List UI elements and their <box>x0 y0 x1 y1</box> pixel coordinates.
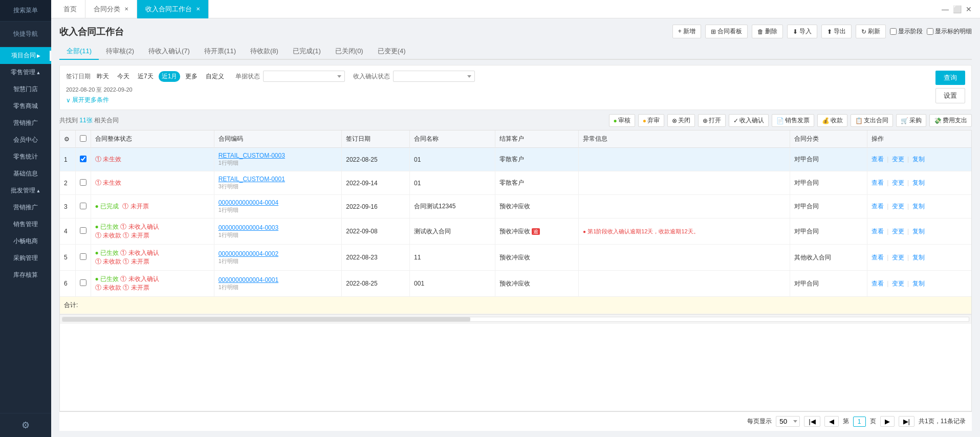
op-purchase-btn[interactable]: 🛒 采购 <box>896 114 926 127</box>
row5-view-link[interactable]: 查看 <box>872 254 884 261</box>
sidebar-item-stock[interactable]: 库存核算 <box>0 267 51 283</box>
op-expense-out-btn[interactable]: 💸 费用支出 <box>929 114 972 127</box>
row2-view-link[interactable]: 查看 <box>872 179 884 186</box>
export-button[interactable]: ⬆ 导出 <box>821 25 852 38</box>
show-stages-checkbox[interactable]: 显示阶段 <box>890 27 923 36</box>
window-minimize-icon[interactable]: — <box>942 5 949 13</box>
row6-edit-link[interactable]: 变更 <box>892 280 904 287</box>
op-sales-invoice-btn[interactable]: 📄 销售发票 <box>772 114 814 127</box>
last-page-btn[interactable]: ▶| <box>899 416 914 427</box>
new-button[interactable]: + 新增 <box>672 25 701 38</box>
sub-tab-pending-confirm[interactable]: 待收入确认(7) <box>141 43 197 60</box>
row5-edit-link[interactable]: 变更 <box>892 254 904 261</box>
row3-copy-link[interactable]: 复制 <box>912 203 925 210</box>
settings-icon[interactable]: ⚙ <box>21 420 30 431</box>
row4-copy-link[interactable]: 复制 <box>912 228 925 235</box>
row4-edit-link[interactable]: 变更 <box>892 228 904 235</box>
row5-copy-link[interactable]: 复制 <box>912 254 925 261</box>
sidebar-item-retail-shop[interactable]: 零售商城 <box>0 98 51 115</box>
sidebar-item-smart-store[interactable]: 智慧门店 <box>0 81 51 98</box>
date-opt-today[interactable]: 今天 <box>114 71 133 82</box>
income-confirm-select[interactable] <box>393 71 475 82</box>
next-page-btn[interactable]: ▶ <box>880 416 895 427</box>
sidebar-item-marketing2[interactable]: 营销推广 <box>0 199 51 216</box>
window-maximize-icon[interactable]: ⬜ <box>953 5 962 13</box>
row5-code-link[interactable]: 0000000000004-0002 <box>219 250 278 257</box>
row4-view-link[interactable]: 查看 <box>872 228 884 235</box>
page-size-select[interactable]: 50 10 20 100 <box>776 416 800 427</box>
delete-button[interactable]: 🗑 删除 <box>752 25 783 38</box>
sidebar-search[interactable]: 搜索菜单 <box>0 0 51 21</box>
sidebar-item-wholesale[interactable]: 批发管理 ▲ <box>0 182 51 199</box>
filter-settings-button[interactable]: 设置 <box>935 88 965 103</box>
row6-code-link[interactable]: 0000000000004-0001 <box>219 276 278 283</box>
th-settings[interactable]: ⚙ <box>60 130 75 148</box>
op-income-confirm-btn[interactable]: ✓ 收入确认 <box>729 114 769 127</box>
kanban-button[interactable]: ⊞ 合同看板 <box>705 25 748 38</box>
row6-check[interactable] <box>75 271 91 297</box>
sub-tab-changed[interactable]: 已变更(4) <box>371 43 413 60</box>
row3-edit-link[interactable]: 变更 <box>892 203 904 210</box>
date-opt-custom[interactable]: 自定义 <box>203 71 227 82</box>
first-page-btn[interactable]: |◀ <box>804 416 820 427</box>
tab-home[interactable]: 首页 <box>55 0 85 18</box>
sub-tab-all[interactable]: 全部(11) <box>59 43 99 60</box>
op-close-btn[interactable]: ⊗ 关闭 <box>667 114 695 127</box>
import-button[interactable]: ⬇ 导入 <box>787 25 817 38</box>
op-open-btn[interactable]: ⊕ 打开 <box>698 114 726 127</box>
op-review-btn[interactable]: ● 审核 <box>609 114 635 127</box>
row3-code-link[interactable]: 0000000000004-0004 <box>219 199 278 206</box>
show-detail-checkbox[interactable]: 显示标的明细 <box>927 27 972 36</box>
doc-status-select[interactable] <box>263 71 345 82</box>
sidebar-item-retail-stats[interactable]: 零售统计 <box>0 148 51 165</box>
row2-edit-link[interactable]: 变更 <box>892 179 904 186</box>
row4-code-link[interactable]: 0000000000004-0003 <box>219 224 278 231</box>
row5-check[interactable] <box>75 245 91 271</box>
sub-tab-closed[interactable]: 已关闭(0) <box>328 43 371 60</box>
date-opt-7days[interactable]: 近7天 <box>135 71 157 82</box>
sidebar-item-retail-mgmt[interactable]: 零售管理 ▲ <box>0 64 51 81</box>
row1-edit-link[interactable]: 变更 <box>892 156 904 163</box>
row1-code-link[interactable]: RETAIL_CUSTOM-0003 <box>219 152 285 159</box>
refresh-button[interactable]: ↻ 刷新 <box>856 25 886 38</box>
sidebar-item-purchase[interactable]: 采购管理 <box>0 250 51 267</box>
date-opt-yesterday[interactable]: 昨天 <box>94 71 112 82</box>
row3-view-link[interactable]: 查看 <box>872 203 884 210</box>
op-abandon-btn[interactable]: ● 弃审 <box>638 114 664 127</box>
sub-tab-pending-payment[interactable]: 待收款(8) <box>243 43 286 60</box>
tab-contract-category-close[interactable]: ✕ <box>124 6 128 12</box>
sub-tab-pending-review[interactable]: 待审核(2) <box>99 43 141 60</box>
horizontal-scrollbar[interactable] <box>62 317 969 322</box>
row3-check[interactable] <box>75 195 91 218</box>
tab-contract-category[interactable]: 合同分类 ✕ <box>85 0 137 18</box>
sidebar-item-base-info[interactable]: 基础信息 <box>0 165 51 182</box>
row2-code-link[interactable]: RETAIL_CUSTOM-0001 <box>219 176 285 183</box>
prev-page-btn[interactable]: ◀ <box>824 416 839 427</box>
tab-income-workbench-close[interactable]: ✕ <box>196 6 200 12</box>
row2-copy-link[interactable]: 复制 <box>912 179 925 186</box>
row2-check[interactable] <box>75 171 91 195</box>
sidebar-item-project[interactable]: 项目合同 ▶ <box>0 47 51 64</box>
tab-income-workbench[interactable]: 收入合同工作台 ✕ <box>137 0 209 18</box>
sidebar-item-member[interactable]: 会员中心 <box>0 132 51 148</box>
sub-tab-pending-invoice[interactable]: 待开票(11) <box>197 43 243 60</box>
th-checkbox[interactable] <box>75 130 91 148</box>
row6-copy-link[interactable]: 复制 <box>912 280 925 287</box>
op-expense-contract-btn[interactable]: 📋 支出合同 <box>851 114 893 127</box>
query-button[interactable]: 查询 <box>935 71 965 85</box>
row1-view-link[interactable]: 查看 <box>872 156 884 163</box>
row4-check[interactable] <box>75 218 91 245</box>
window-close-icon[interactable]: ✕ <box>966 5 972 13</box>
sidebar-item-xiaochange[interactable]: 小畅电商 <box>0 233 51 250</box>
sidebar-item-marketing[interactable]: 营销推广 <box>0 115 51 132</box>
sidebar-item-sales-mgmt[interactable]: 销售管理 <box>0 216 51 233</box>
date-opt-1month[interactable]: 近1月 <box>159 71 181 82</box>
expand-filter-btn[interactable]: ∨ 展开更多条件 <box>66 96 927 104</box>
sub-tab-done[interactable]: 已完成(1) <box>286 43 328 60</box>
row1-copy-link[interactable]: 复制 <box>912 156 925 163</box>
row6-view-link[interactable]: 查看 <box>872 280 884 287</box>
op-payment-btn[interactable]: 💰 收款 <box>817 114 847 127</box>
sidebar-quicknav[interactable]: 快捷导航 <box>0 26 51 42</box>
date-opt-more[interactable]: 更多 <box>182 71 201 82</box>
scrollbar-thumb[interactable] <box>62 317 470 321</box>
